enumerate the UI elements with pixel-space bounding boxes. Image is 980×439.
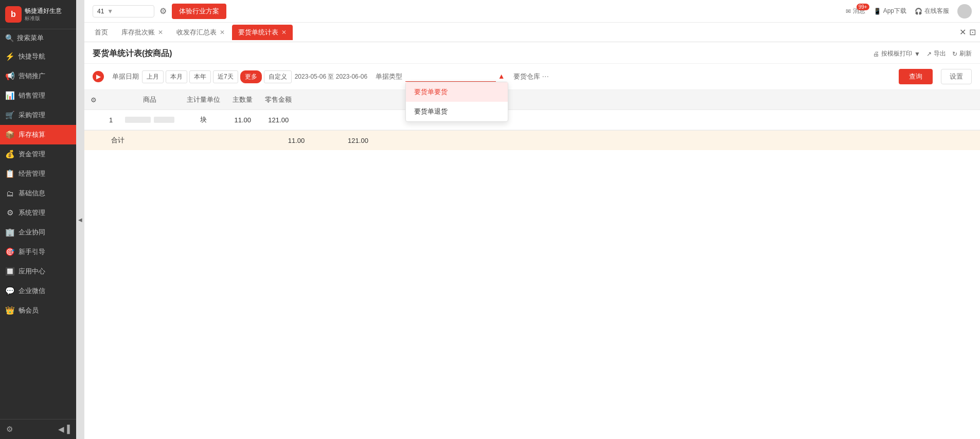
cell-amount: 121.00: [259, 110, 298, 130]
date-this-month-btn[interactable]: 本月: [166, 70, 187, 83]
page-content: 要货单统计表(按商品) 🖨 按模板打印 ▼ ↗ 导出 ↻ 刷新 ▶: [84, 42, 980, 439]
col-unit: 主计量单位: [181, 90, 226, 110]
store-selector[interactable]: 41 ▼: [93, 5, 154, 17]
date-filter-group: 单据日期 上月 本月 本年 近7天 更多 自定义 2023-05-06 至 20…: [112, 70, 367, 83]
messages-badge: 99+: [857, 4, 869, 10]
col-amount: 零售金额: [259, 90, 298, 110]
type-filter-input[interactable]: [405, 71, 496, 82]
sidebar-item-operations[interactable]: 📋 经营管理: [0, 164, 76, 184]
table-body: 1 块 11.00 121.00: [84, 110, 980, 130]
topbar-gear-button[interactable]: ⚙: [159, 6, 167, 16]
dropdown-item-require-goods[interactable]: 要货单要货: [406, 82, 508, 102]
topbar: 41 ▼ ⚙ 体验行业方案 ✉ 消息 99+ 📱 App下载 🎧 在线客服: [84, 0, 980, 23]
maximize-window-button[interactable]: ⊡: [969, 27, 976, 37]
col-settings[interactable]: ⚙: [84, 90, 103, 110]
sidebar-search[interactable]: 🔍 搜索菜单: [0, 29, 76, 47]
main-area: 41 ▼ ⚙ 体验行业方案 ✉ 消息 99+ 📱 App下载 🎧 在线客服: [84, 0, 980, 439]
sidebar-item-wechat[interactable]: 💬 企业微信: [0, 281, 76, 301]
settings-button[interactable]: ⚙: [6, 425, 13, 434]
sidebar-item-sales[interactable]: 📊 销售管理: [0, 86, 76, 105]
enterprise-icon: 🏢: [5, 228, 14, 237]
export-button[interactable]: ↗ 导出: [926, 49, 946, 58]
sidebar-item-enterprise[interactable]: 🏢 企业协同: [0, 223, 76, 242]
refresh-button[interactable]: ↻ 刷新: [952, 49, 972, 58]
search-icon: 🔍: [5, 34, 14, 42]
chevron-down-icon: ▼: [107, 8, 113, 15]
tabs-bar: 首页 库存批次账 ✕ 收发存汇总表 ✕ 要货单统计表 ✕ ✕ ⊡: [84, 23, 980, 42]
sidebar-collapse-handle[interactable]: ◀: [76, 0, 84, 439]
date-quick-buttons: 上月 本月 本年 近7天 更多 自定义: [142, 70, 292, 83]
date-recent-7-btn[interactable]: 近7天: [213, 70, 238, 83]
quick-nav-icon: ⚡: [5, 52, 14, 61]
date-prev-month-btn[interactable]: 上月: [142, 70, 164, 83]
message-icon: ✉: [846, 8, 851, 15]
page-actions: 🖨 按模板打印 ▼ ↗ 导出 ↻ 刷新: [873, 49, 972, 58]
footer-quantity: 11.00: [265, 137, 327, 144]
print-chevron-icon: ▼: [914, 50, 920, 58]
sidebar-item-guide[interactable]: 🎯 新手引导: [0, 242, 76, 262]
date-custom-btn[interactable]: 自定义: [264, 70, 292, 83]
app-title: 畅捷通好生意 标准版: [25, 7, 62, 22]
member-icon: 👑: [5, 306, 14, 315]
cell-extra: [298, 110, 980, 130]
sidebar-footer: ⚙ ◀▐: [0, 419, 76, 439]
query-button[interactable]: 查询: [899, 69, 933, 84]
tab-home[interactable]: 首页: [88, 25, 114, 40]
dropdown-item-require-return[interactable]: 要货单退货: [406, 102, 508, 121]
filter-expand-button[interactable]: ▶: [93, 71, 104, 82]
footer-amount: 121.00: [327, 137, 389, 144]
tab-close-order-summary[interactable]: ✕: [281, 29, 287, 36]
collapse-button[interactable]: ◀▐: [58, 425, 70, 434]
sidebar-item-inventory[interactable]: 📦 库存核算: [0, 125, 76, 144]
sidebar: b 畅捷通好生意 标准版 🔍 搜索菜单 ⚡ 快捷导航 📢 营销推广 📊 销售管理…: [0, 0, 76, 439]
tab-receipt-summary[interactable]: 收发存汇总表 ✕: [170, 25, 231, 40]
type-dropdown-menu: 要货单要货 要货单退货: [405, 82, 508, 122]
inventory-icon: 📦: [5, 130, 14, 139]
sidebar-item-appstore[interactable]: 🔲 应用中心: [0, 262, 76, 281]
warehouse-filter-group: 要货仓库 ···: [513, 72, 549, 81]
wechat-icon: 💬: [5, 286, 14, 296]
tab-close-receipt-summary[interactable]: ✕: [220, 29, 225, 36]
sidebar-item-system[interactable]: ⚙ 系统管理: [0, 203, 76, 223]
download-icon: 📱: [874, 8, 881, 15]
table-header: ⚙ 商品 主计量单位 主数量 零售金额: [84, 90, 980, 110]
table-row: 1 块 11.00 121.00: [84, 110, 980, 130]
type-dropdown-container: ▲ 要货单要货 要货单退货: [405, 71, 505, 82]
tab-order-summary[interactable]: 要货单统计表 ✕: [232, 25, 293, 40]
page-title: 要货单统计表(按商品): [93, 48, 172, 59]
marketing-icon: 📢: [5, 71, 14, 81]
topbar-right: ✉ 消息 99+ 📱 App下载 🎧 在线客服: [846, 4, 972, 19]
tab-close-inventory-batch[interactable]: ✕: [158, 29, 163, 36]
trial-button[interactable]: 体验行业方案: [172, 4, 226, 19]
col-product: 商品: [119, 90, 181, 110]
sidebar-item-purchase[interactable]: 🛒 采购管理: [0, 105, 76, 125]
cell-quantity: 11.00: [226, 110, 259, 130]
app-download-button[interactable]: 📱 App下载: [874, 7, 906, 15]
basic-icon: 🗂: [5, 189, 14, 198]
date-this-year-btn[interactable]: 本年: [189, 70, 211, 83]
online-service-button[interactable]: 🎧 在线客服: [915, 7, 949, 15]
refresh-icon: ↻: [952, 50, 957, 58]
type-dropdown-arrow[interactable]: ▲: [498, 72, 505, 80]
topbar-left: 41 ▼ ⚙ 体验行业方案: [93, 4, 846, 19]
sidebar-item-marketing[interactable]: 📢 营销推广: [0, 66, 76, 86]
sidebar-item-finance[interactable]: 💰 资金管理: [0, 144, 76, 164]
print-icon: 🖨: [873, 50, 879, 58]
messages-button[interactable]: ✉ 消息 99+: [846, 7, 865, 15]
close-window-button[interactable]: ✕: [959, 27, 966, 37]
tab-inventory-batch[interactable]: 库存批次账 ✕: [115, 25, 169, 40]
user-avatar[interactable]: [957, 4, 972, 19]
col-quantity: 主数量: [226, 90, 259, 110]
sidebar-item-basic[interactable]: 🗂 基础信息: [0, 184, 76, 203]
sidebar-item-member[interactable]: 👑 畅会员: [0, 301, 76, 320]
sidebar-item-quick-nav[interactable]: ⚡ 快捷导航: [0, 47, 76, 66]
cell-product: [119, 110, 181, 130]
print-button[interactable]: 🖨 按模板打印 ▼: [873, 49, 920, 58]
date-filter-label: 单据日期: [112, 72, 139, 81]
guide-icon: 🎯: [5, 247, 14, 257]
set-button[interactable]: 设置: [941, 69, 972, 84]
warehouse-more-button[interactable]: ···: [542, 72, 549, 81]
date-more-btn[interactable]: 更多: [240, 70, 262, 83]
appstore-icon: 🔲: [5, 267, 14, 276]
system-icon: ⚙: [5, 208, 14, 217]
